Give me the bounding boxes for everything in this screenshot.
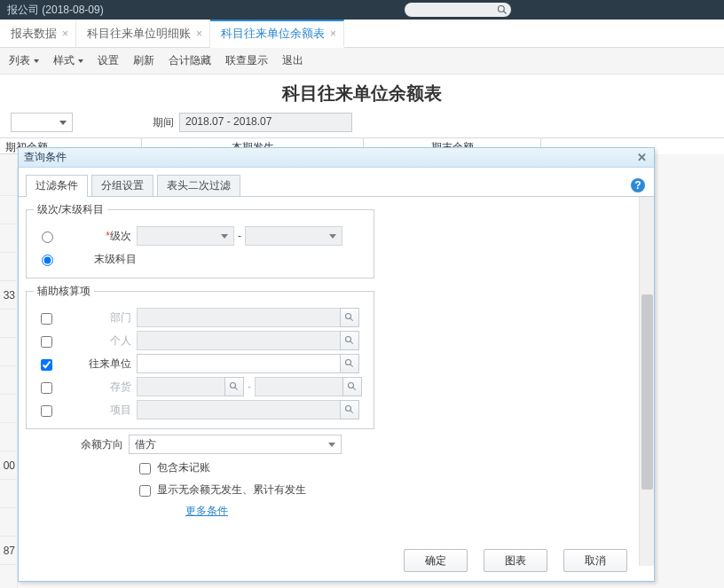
app-title: 报公司 (2018-08-09) xyxy=(7,3,104,18)
toolbar-settings[interactable]: 设置 xyxy=(98,53,119,68)
level-dash: - xyxy=(234,230,245,242)
tab-secondary-filter[interactable]: 表头二次过滤 xyxy=(157,175,240,196)
tab-label: 报表数据 xyxy=(11,26,57,42)
close-icon[interactable]: × xyxy=(196,27,202,40)
ok-button[interactable]: 确定 xyxy=(404,549,468,572)
aux-fieldset: 辅助核算项 部门 个人 往来单位 xyxy=(26,284,374,429)
unit-input[interactable] xyxy=(137,354,341,373)
svg-line-13 xyxy=(350,411,353,413)
cancel-button[interactable]: 取消 xyxy=(563,549,627,572)
project-label: 项目 xyxy=(59,403,137,418)
project-lookup-button[interactable] xyxy=(340,400,359,419)
toolbar-refresh[interactable]: 刷新 xyxy=(133,53,154,68)
close-button[interactable]: ✕ xyxy=(634,151,649,165)
search-icon xyxy=(344,358,355,369)
scope-dropdown[interactable] xyxy=(11,113,73,132)
help-icon[interactable]: ? xyxy=(631,178,645,192)
svg-point-10 xyxy=(349,383,354,388)
svg-line-3 xyxy=(350,318,353,321)
more-conditions-link[interactable]: 更多条件 xyxy=(185,504,228,519)
header-search[interactable] xyxy=(405,3,511,17)
inventory-dash: - xyxy=(244,380,255,393)
toolbar-link-display[interactable]: 联查显示 xyxy=(225,53,268,68)
inventory-label: 存货 xyxy=(59,380,137,395)
period-label: 期间 xyxy=(153,115,174,130)
level-from-dropdown[interactable] xyxy=(137,226,234,246)
chk-inventory[interactable] xyxy=(41,382,52,394)
toolbar-hide-totals[interactable]: 合计隐藏 xyxy=(169,53,211,68)
balance-dir-label: 余额方向 xyxy=(33,437,129,452)
show-empty-label: 显示无余额无发生、累计有发生 xyxy=(157,482,306,498)
document-tabs: 报表数据 × 科目往来单位明细账 × 科目往来单位余额表 × xyxy=(0,20,724,48)
level-legend: 级次/末级科目 xyxy=(34,202,107,217)
dialog-scrollbar[interactable] xyxy=(639,197,654,566)
svg-point-12 xyxy=(346,406,351,412)
svg-point-6 xyxy=(346,360,351,365)
toolbar: 列表 样式 设置 刷新 合计隐藏 联查显示 退出 xyxy=(0,48,724,74)
chk-unit[interactable] xyxy=(41,359,52,371)
period-value: 2018.07 - 2018.07 xyxy=(179,113,352,132)
row-fragments: 33 00 87 xyxy=(0,168,18,588)
person-input[interactable] xyxy=(137,331,341,350)
svg-line-1 xyxy=(504,12,507,14)
search-icon xyxy=(344,312,355,323)
report-title: 科目往来单位余额表 xyxy=(0,74,724,111)
chart-button[interactable]: 图表 xyxy=(484,549,547,572)
tab-report-data[interactable]: 报表数据 × xyxy=(0,20,76,47)
dept-lookup-button[interactable] xyxy=(340,308,359,327)
chk-person[interactable] xyxy=(41,336,52,348)
inventory-from-input[interactable] xyxy=(137,377,225,396)
svg-line-7 xyxy=(350,365,353,367)
toolbar-style[interactable]: 样式 xyxy=(53,53,83,68)
close-icon[interactable]: × xyxy=(330,27,336,40)
leaf-label: 末级科目 xyxy=(59,252,236,267)
search-icon xyxy=(344,404,355,415)
dialog-titlebar[interactable]: 查询条件 ✕ xyxy=(19,148,654,168)
chk-project[interactable] xyxy=(41,405,52,417)
dept-input[interactable] xyxy=(137,308,341,327)
radio-leaf[interactable] xyxy=(42,255,53,266)
scrollbar-thumb[interactable] xyxy=(641,294,653,490)
svg-point-8 xyxy=(231,383,236,388)
inventory-to-lookup-button[interactable] xyxy=(342,377,362,396)
inventory-to-input[interactable] xyxy=(255,377,343,396)
search-icon xyxy=(497,4,508,15)
chk-include-unposted[interactable] xyxy=(139,463,151,474)
search-icon xyxy=(347,381,358,392)
balance-dir-value: 借方 xyxy=(130,438,156,451)
tab-balance-sheet[interactable]: 科目往来单位余额表 × xyxy=(210,20,344,48)
include-unposted-label: 包含未记账 xyxy=(157,460,210,475)
svg-point-2 xyxy=(346,314,351,319)
person-label: 个人 xyxy=(59,333,137,349)
toolbar-exit[interactable]: 退出 xyxy=(282,53,303,68)
search-icon xyxy=(344,335,355,346)
level-label: *级次 xyxy=(59,229,137,244)
aux-legend: 辅助核算项 xyxy=(34,284,94,299)
radio-level[interactable] xyxy=(42,231,53,243)
tab-detail-ledger[interactable]: 科目往来单位明细账 × xyxy=(76,20,210,47)
svg-line-9 xyxy=(235,388,238,390)
balance-dir-dropdown[interactable]: 借方 xyxy=(129,435,342,454)
toolbar-list[interactable]: 列表 xyxy=(9,53,39,68)
chk-dept[interactable] xyxy=(41,313,52,325)
tab-label: 科目往来单位余额表 xyxy=(221,26,325,42)
chk-show-empty[interactable] xyxy=(139,485,151,497)
person-lookup-button[interactable] xyxy=(340,331,359,350)
level-to-dropdown[interactable] xyxy=(245,226,342,246)
tab-filter[interactable]: 过滤条件 xyxy=(26,175,88,196)
unit-label: 往来单位 xyxy=(59,357,137,372)
app-header: 报公司 (2018-08-09) xyxy=(0,0,724,20)
tab-group-settings[interactable]: 分组设置 xyxy=(91,175,153,196)
project-input[interactable] xyxy=(137,400,341,419)
dialog-tabs: 过滤条件 分组设置 表头二次过滤 ? xyxy=(19,168,654,197)
inventory-from-lookup-button[interactable] xyxy=(224,377,244,396)
query-dialog: 查询条件 ✕ 过滤条件 分组设置 表头二次过滤 ? 级次/末级科目 *级次 - … xyxy=(18,147,655,582)
level-fieldset: 级次/末级科目 *级次 - 末级科目 xyxy=(26,202,374,278)
unit-lookup-button[interactable] xyxy=(340,354,359,373)
close-icon[interactable]: × xyxy=(62,27,68,40)
svg-line-11 xyxy=(353,388,356,390)
search-icon xyxy=(229,381,240,392)
svg-point-0 xyxy=(499,6,505,12)
tab-label: 科目往来单位明细账 xyxy=(87,26,191,42)
svg-point-4 xyxy=(346,337,351,342)
